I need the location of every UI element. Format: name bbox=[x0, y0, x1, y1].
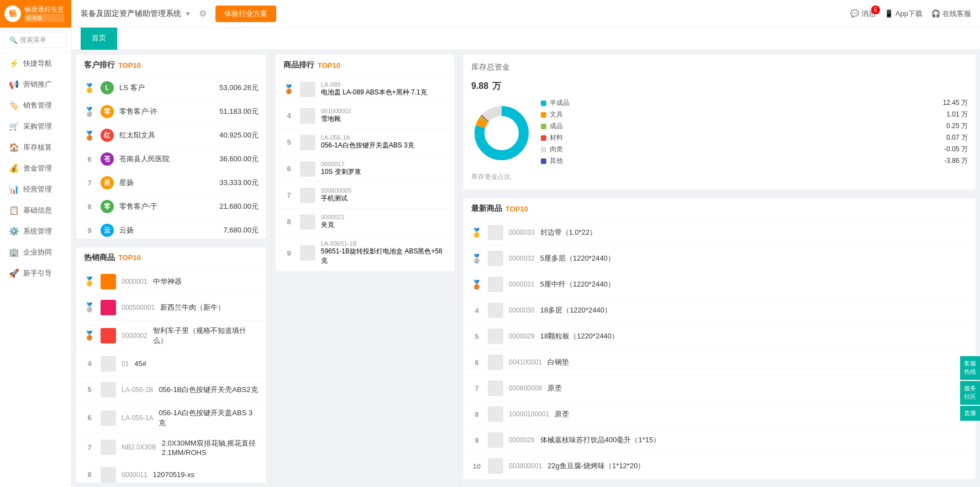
sidebar-item-finance[interactable]: 💰 资金管理 bbox=[0, 158, 71, 179]
product-thumb bbox=[488, 251, 503, 266]
table-row: 9 云 云扬 7,680.00元 bbox=[76, 219, 266, 239]
rank-medal: 🥉 bbox=[283, 84, 294, 95]
service-community-button[interactable]: 服务社区 bbox=[960, 381, 980, 405]
message-button[interactable]: 💬 消息 6 bbox=[850, 9, 876, 19]
table-row: 🥇 L LS 客户 53,006.26元 bbox=[76, 76, 266, 100]
top-header: 装备及固定资产辅助管理系统 ▼ ⚙ 体验行业方案 💬 消息 6 📱 App下载 … bbox=[72, 0, 980, 28]
product-rank-list: 🥉 LA-089 电池盖 LA-089 ABS本色+黑种 7.1克 4 0010… bbox=[276, 76, 454, 271]
list-item: 🥈 0000032 5厘多层（1220*2440） bbox=[463, 246, 976, 272]
legend-dot bbox=[541, 112, 546, 118]
system-dropdown-icon[interactable]: ▼ bbox=[185, 10, 191, 18]
sidebar-logo: 畅 畅捷通好生意 标准版 bbox=[0, 0, 71, 28]
product-thumb bbox=[101, 300, 116, 315]
new-products-title: 最新商品 TOP10 bbox=[471, 204, 528, 214]
table-row: 🥉 红 红太阳文具 40,925.00元 bbox=[76, 124, 266, 147]
message-icon: 💬 bbox=[850, 9, 859, 18]
sidebar-item-marketing[interactable]: 📢 营销推广 bbox=[0, 74, 71, 95]
legend-list: 半成品 12.45 万 文具 1.01 万 成品 0.25 万 bbox=[541, 98, 968, 168]
product-thumb bbox=[101, 410, 116, 426]
tab-home[interactable]: 首页 bbox=[81, 28, 117, 50]
header-right: 💬 消息 6 📱 App下载 🎧 在线客服 bbox=[850, 9, 971, 19]
list-item: 🥉 0000031 5厘中纤（1220*2440） bbox=[463, 272, 976, 298]
product-rank-title: 商品排行 TOP10 bbox=[283, 60, 340, 70]
list-item: 5 LA-056-1A 056-1A白色按键开关盖ABS 3克 bbox=[276, 129, 454, 156]
avatar: 红 bbox=[101, 129, 114, 142]
list-item: 10 003800001 22g鱼豆腐-烧烤味（1*12*20） bbox=[463, 453, 976, 479]
sidebar-item-purchase[interactable]: 🛒 采购管理 bbox=[0, 116, 71, 137]
product-thumb bbox=[300, 214, 315, 230]
legend-item: 肉类 -0.05 万 bbox=[541, 145, 968, 154]
avatar: 零 bbox=[101, 105, 114, 118]
sidebar-item-guide[interactable]: 🚀 新手引导 bbox=[0, 263, 71, 284]
live-broadcast-button[interactable]: 直播 bbox=[960, 406, 980, 421]
list-item: 4 0000030 18多层（1220*2440） bbox=[463, 298, 976, 324]
main-area: 装备及固定资产辅助管理系统 ▼ ⚙ 体验行业方案 💬 消息 6 📱 App下载 … bbox=[72, 0, 980, 487]
sidebar-item-operation[interactable]: 📊 经营管理 bbox=[0, 179, 71, 200]
sidebar-item-quick[interactable]: ⚡ 快捷导航 bbox=[0, 53, 71, 74]
list-item: 7 000800008 原垄 bbox=[463, 375, 976, 401]
legend-item: 文具 1.01 万 bbox=[541, 110, 968, 119]
table-row: 6 苍 苍南县人民医院 36,600.00元 bbox=[76, 147, 266, 171]
list-item: 8 0000021 夹克 bbox=[276, 209, 454, 235]
customer-rank-list: 🥇 L LS 客户 53,006.26元 🥈 零 零售客户-许 51,183.0… bbox=[76, 76, 266, 239]
sales-icon: 🏷️ bbox=[9, 100, 19, 110]
product-thumb bbox=[300, 135, 315, 150]
list-item: 7 000800005 手机测试 bbox=[276, 182, 454, 209]
legend-dot bbox=[541, 147, 546, 152]
page-tabs: 首页 bbox=[72, 28, 980, 50]
phone-icon: 📱 bbox=[884, 9, 893, 18]
system-name: 装备及固定资产辅助管理系统 ▼ bbox=[81, 9, 191, 19]
product-thumb bbox=[300, 188, 315, 203]
app-download-button[interactable]: 📱 App下载 bbox=[884, 9, 923, 19]
sidebar-item-basic[interactable]: 📋 基础信息 bbox=[0, 200, 71, 221]
donut-chart bbox=[471, 103, 532, 163]
company-icon: 🏢 bbox=[9, 247, 19, 257]
product-thumb bbox=[101, 440, 116, 455]
product-thumb bbox=[488, 406, 503, 422]
rank-medal: 🥉 bbox=[84, 330, 95, 341]
legend-dot bbox=[541, 100, 546, 106]
new-products-header: 最新商品 TOP10 bbox=[463, 198, 976, 220]
rank-medal: 🥈 bbox=[84, 302, 95, 313]
rank-medal: 🥇 bbox=[84, 276, 95, 287]
product-thumb bbox=[101, 382, 116, 398]
list-item: 4 01 45# bbox=[76, 351, 266, 377]
sidebar-item-system[interactable]: ⚙️ 系统管理 bbox=[0, 221, 71, 242]
sidebar-item-company[interactable]: 🏢 企业协同 bbox=[0, 242, 71, 263]
left-panel: 客户排行 TOP10 🥇 L LS 客户 53,006.26元 🥈 零 零售 bbox=[72, 50, 271, 487]
product-rank-card: 商品排行 TOP10 🥉 LA-089 电池盖 LA-089 ABS本色+黑种 … bbox=[276, 55, 454, 271]
list-item: 🥇 0000001 中华神器 bbox=[76, 269, 266, 295]
list-item: 4 001000002 雪地靴 bbox=[276, 103, 454, 129]
avatar: 星 bbox=[101, 176, 114, 189]
customer-rank-card: 客户排行 TOP10 🥇 L LS 客户 53,006.26元 🥈 零 零售 bbox=[76, 55, 266, 239]
search-icon: 🔍 bbox=[9, 36, 18, 44]
sidebar-item-sales[interactable]: 🏷️ 销售管理 bbox=[0, 95, 71, 116]
inventory-subtitle: 库存资金占比 bbox=[471, 172, 968, 182]
list-item: 🥈 000500001 新西兰牛肉（新牛） bbox=[76, 295, 266, 321]
list-item: 🥇 0000033 封边带（1.0*22） bbox=[463, 220, 976, 246]
headset-icon: 🎧 bbox=[931, 9, 940, 18]
sidebar-item-inventory[interactable]: 🏠 库存核算 bbox=[0, 137, 71, 158]
customer-rank-title: 客户排行 TOP10 bbox=[84, 60, 141, 70]
content-area: 客户排行 TOP10 🥇 L LS 客户 53,006.26元 🥈 零 零售 bbox=[72, 50, 980, 487]
svg-rect-1 bbox=[103, 302, 114, 313]
right-panel: 库存总资金 9.88 万 bbox=[459, 50, 980, 487]
settings-icon[interactable]: ⚙ bbox=[199, 8, 207, 19]
finance-icon: 💰 bbox=[9, 163, 19, 173]
rank-medal-3: 🥉 bbox=[84, 130, 95, 141]
trial-button[interactable]: 体验行业方案 bbox=[215, 6, 276, 22]
list-item: 9 LA-59651-1B 59651-1B旋转投影灯电池盒 ABS黑色+58克 bbox=[276, 235, 454, 271]
product-thumb bbox=[488, 354, 503, 370]
online-service-button[interactable]: 🎧 在线客服 bbox=[931, 9, 971, 19]
search-menu-button[interactable]: 🔍 搜索菜单 bbox=[4, 32, 67, 48]
list-item: 5 0000029 18颗粒板（1220*2440） bbox=[463, 324, 976, 350]
legend-dot bbox=[541, 158, 546, 164]
legend-item: 成品 0.25 万 bbox=[541, 121, 968, 131]
list-item: 5 LA-056-1B 056-1B白色按键开关壳ABS2克 bbox=[76, 377, 266, 403]
customer-service-button[interactable]: 客服热线 bbox=[960, 356, 980, 380]
list-item: 7 NB2.0X30B 2.0X30MM双排花轴,摇花直径2.1MM/ROHS bbox=[76, 433, 266, 462]
sidebar-search-area: 🔍 搜索菜单 bbox=[0, 28, 71, 53]
logo-icon: 畅 bbox=[4, 6, 21, 22]
inventory-title: 库存总资金 bbox=[471, 62, 968, 72]
list-item: 🥉 LA-089 电池盖 LA-089 ABS本色+黑种 7.1克 bbox=[276, 76, 454, 103]
